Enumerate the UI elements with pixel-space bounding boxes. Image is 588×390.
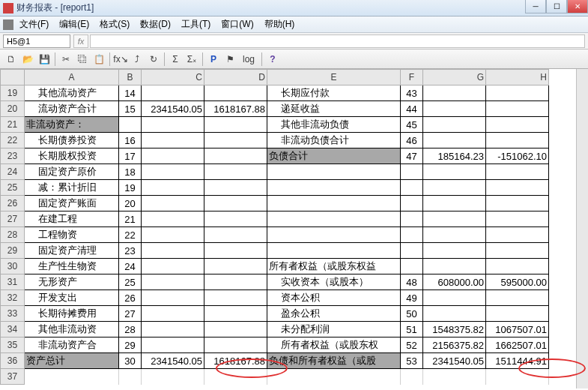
- cell[interactable]: [142, 322, 204, 338]
- cell[interactable]: [142, 86, 204, 101]
- cell[interactable]: [142, 148, 204, 164]
- cell[interactable]: 工程物资: [25, 227, 119, 243]
- cell[interactable]: [142, 212, 204, 227]
- cell[interactable]: 43: [401, 86, 423, 101]
- cell[interactable]: 非流动资产：: [25, 117, 119, 133]
- row-header[interactable]: 20: [1, 101, 25, 117]
- col-header-E[interactable]: E: [267, 70, 401, 86]
- cell[interactable]: [204, 212, 267, 227]
- cell[interactable]: 长期待摊费用: [25, 306, 119, 322]
- help-button[interactable]: ?: [264, 51, 281, 68]
- cell[interactable]: [204, 243, 267, 259]
- cell[interactable]: 21: [119, 212, 142, 227]
- row-header[interactable]: 22: [1, 133, 25, 148]
- cell[interactable]: 2156375.82: [423, 338, 486, 353]
- row-header[interactable]: 28: [1, 227, 25, 243]
- new-button[interactable]: 🗋: [3, 51, 19, 68]
- cell[interactable]: [423, 101, 486, 117]
- cell[interactable]: 45: [401, 117, 423, 133]
- sigmax-button[interactable]: Σₓ: [184, 51, 200, 68]
- cell[interactable]: 递延收益: [267, 101, 401, 117]
- save-button[interactable]: 💾: [36, 51, 52, 68]
- row-header[interactable]: 25: [1, 180, 25, 196]
- cell[interactable]: 固定资产账面: [25, 196, 119, 212]
- cell[interactable]: [204, 148, 267, 164]
- export-button[interactable]: ⤴: [129, 51, 145, 68]
- grid[interactable]: A B C D E F G H 19其他流动资产14长期应付款4320流动资产合…: [0, 69, 549, 385]
- cell[interactable]: [401, 227, 423, 243]
- open-button[interactable]: 📂: [19, 51, 36, 68]
- cell[interactable]: 所有者权益（或股东权: [267, 338, 401, 353]
- cell[interactable]: [401, 369, 423, 385]
- cell[interactable]: 48: [401, 274, 423, 290]
- cut-button[interactable]: ✂: [58, 51, 74, 68]
- cell[interactable]: [423, 133, 486, 148]
- cell[interactable]: [267, 180, 401, 196]
- cell[interactable]: 595000.00: [486, 274, 549, 290]
- cell[interactable]: 25: [119, 274, 142, 290]
- cell[interactable]: [423, 196, 486, 212]
- cell[interactable]: 未分配利润: [267, 322, 401, 338]
- col-header-G[interactable]: G: [423, 70, 486, 86]
- cell[interactable]: [142, 338, 204, 353]
- cell[interactable]: 1067507.01: [486, 322, 549, 338]
- row-header[interactable]: 26: [1, 196, 25, 212]
- cell[interactable]: [401, 259, 423, 274]
- cell[interactable]: [204, 133, 267, 148]
- cell[interactable]: [486, 243, 549, 259]
- log-button[interactable]: log: [238, 51, 259, 68]
- cell[interactable]: [423, 86, 486, 101]
- cell[interactable]: [267, 243, 401, 259]
- cell[interactable]: [401, 196, 423, 212]
- menu-tool[interactable]: 工具(T): [181, 18, 210, 31]
- cell[interactable]: 26: [119, 290, 142, 306]
- row-header[interactable]: 34: [1, 322, 25, 338]
- cell[interactable]: [142, 117, 204, 133]
- cell[interactable]: [423, 259, 486, 274]
- refresh-button[interactable]: ↻: [145, 51, 162, 68]
- cell[interactable]: [204, 164, 267, 180]
- row-header[interactable]: 19: [1, 86, 25, 101]
- cell[interactable]: [142, 369, 204, 385]
- cell[interactable]: 608000.00: [423, 274, 486, 290]
- cell[interactable]: [204, 290, 267, 306]
- maximize-button[interactable]: ☐: [546, 0, 567, 14]
- cell[interactable]: 1548375.82: [423, 322, 486, 338]
- cell[interactable]: 20: [119, 196, 142, 212]
- cell[interactable]: [204, 117, 267, 133]
- cell[interactable]: 其他流动资产: [25, 86, 119, 101]
- cell[interactable]: [204, 338, 267, 353]
- cell[interactable]: 1511444.91: [486, 353, 549, 369]
- row-header[interactable]: 21: [1, 117, 25, 133]
- cell[interactable]: [142, 133, 204, 148]
- cell[interactable]: [142, 274, 204, 290]
- cell[interactable]: [486, 164, 549, 180]
- cell[interactable]: 2341540.05: [142, 353, 204, 369]
- cell[interactable]: 生产性生物资: [25, 259, 119, 274]
- menu-format[interactable]: 格式(S): [100, 18, 130, 31]
- cell[interactable]: [423, 180, 486, 196]
- cell[interactable]: [204, 369, 267, 385]
- cell[interactable]: [486, 212, 549, 227]
- cell[interactable]: [486, 133, 549, 148]
- menu-data[interactable]: 数据(D): [140, 18, 171, 31]
- cell[interactable]: 非流动资产合: [25, 338, 119, 353]
- row-header[interactable]: 29: [1, 243, 25, 259]
- cell[interactable]: 27: [119, 306, 142, 322]
- col-header-A[interactable]: A: [25, 70, 119, 86]
- cell[interactable]: [267, 164, 401, 180]
- cell[interactable]: [204, 322, 267, 338]
- cell[interactable]: [486, 227, 549, 243]
- cell[interactable]: 22: [119, 227, 142, 243]
- cell[interactable]: 14: [119, 86, 142, 101]
- cell[interactable]: [142, 290, 204, 306]
- cell[interactable]: 盈余公积: [267, 306, 401, 322]
- cell[interactable]: [119, 369, 142, 385]
- cell[interactable]: 资本公积: [267, 290, 401, 306]
- cell[interactable]: 49: [401, 290, 423, 306]
- cell[interactable]: 47: [401, 148, 423, 164]
- cell[interactable]: [401, 243, 423, 259]
- menu-window[interactable]: 窗口(W): [221, 18, 253, 31]
- cell[interactable]: [267, 212, 401, 227]
- cell[interactable]: [486, 117, 549, 133]
